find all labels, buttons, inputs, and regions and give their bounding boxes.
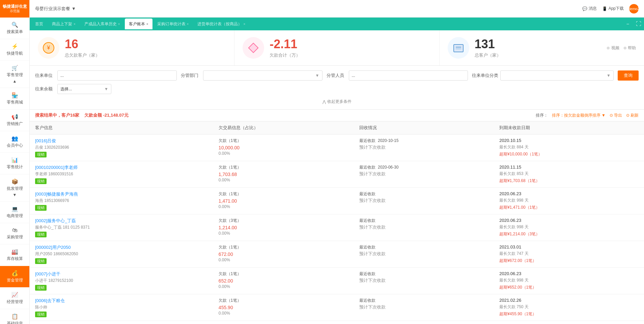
overdue-date: 2020.11.15 (499, 165, 639, 170)
unit-category-select[interactable]: ▼ (500, 70, 614, 81)
svg-rect-5 (456, 49, 461, 49)
tab-label: 客户账本 (129, 21, 145, 27)
table-wrapper: 客户信息 欠交易信息（占比） 回收情况 到期未收款日期 [0016]吕俊 吕俊 … (30, 121, 644, 324)
overdue-days: 最长欠款 998 天 (499, 198, 639, 203)
sort-select[interactable]: 排序：按欠款金额倒序排序 ▼ (552, 113, 606, 118)
sidebar-item-batch-mgmt[interactable]: 📦 批发管理 ▼ (0, 174, 29, 202)
window-minimize-icon[interactable]: － (624, 20, 632, 28)
sidebar-item-member[interactable]: 👥 会员中心 (0, 131, 29, 153)
logo-sub: 示范版 (10, 9, 20, 13)
customer-name[interactable]: [00010200001]李老师 (35, 165, 208, 171)
tab-customer-account[interactable]: 客户账本 × (125, 19, 152, 29)
app-download-label: App下载 (609, 6, 624, 11)
customer-name[interactable]: [0007]小进干 (35, 271, 208, 277)
manager-input[interactable]: ... (349, 70, 468, 81)
sidebar-item-finance[interactable]: 💰 资金管理 (0, 266, 29, 288)
last-collect-label: 最近收款 (359, 218, 488, 224)
sidebar-item-retail-mall[interactable]: 🏪 零售商城 (0, 88, 29, 110)
sidebar-item-warehouse[interactable]: 🏭 库存核算 (0, 244, 29, 266)
customer-tag: 现销 (35, 285, 47, 291)
customer-contact: 服务中心_丁磊 181 0125 8371 (35, 225, 208, 230)
sidebar-item-operations[interactable]: 📈 经营管理 (0, 288, 29, 309)
sidebar-item-purchase[interactable]: 🛍 采购管理 (0, 223, 29, 244)
collapse-label: 收起更多条件 (327, 99, 352, 105)
refresh-icon: ⊙ (626, 113, 629, 118)
search-icon: 🔍 (11, 22, 18, 28)
overdue-amount: 超期¥652.00（1笔） (499, 285, 639, 290)
customer-name[interactable]: [0002]服务中心_丁磊 (35, 218, 208, 224)
window-maximize-icon[interactable]: ⛶ (635, 20, 643, 28)
customer-name[interactable]: [000002]用户2050 (35, 244, 208, 251)
close-icon[interactable]: × (118, 22, 120, 26)
sidebar-item-basic-info[interactable]: 📋 基础信息 (0, 309, 29, 324)
chevron-down-icon: ▼ (104, 87, 108, 91)
refresh-btn[interactable]: ⊙ 刷新 (626, 113, 639, 118)
last-collect-label: 最近收款 (359, 298, 488, 303)
sidebar-item-ecommerce[interactable]: 💻 电商管理 (0, 202, 29, 223)
sidebar-item-quick-nav[interactable]: ⚡ 快捷导航 (0, 39, 29, 61)
customer-name[interactable]: [0006]去下粮仓 (35, 298, 208, 304)
customer-tag: 现销 (35, 205, 47, 211)
export-icon: ⊙ (610, 113, 613, 118)
logo-text: 畅捷通好生意 (3, 4, 27, 9)
sort-label-text: 排序：按欠款金额倒序排序 (552, 113, 600, 118)
close-icon[interactable]: × (187, 22, 189, 26)
debt-amount-icon (243, 37, 264, 59)
customer-name[interactable]: [0003]畅捷服务尹海燕 (35, 191, 208, 197)
brand-select[interactable]: 母婴行业演示套餐 ▼ (35, 6, 76, 12)
dept-label: 分管部门 (181, 72, 201, 79)
next-collect-label: 预计下次收款 (359, 171, 488, 177)
customer-tag: 现销 (35, 152, 47, 157)
collapse-filter-btn[interactable]: ⋀ 收起更多条件 (35, 97, 639, 106)
col-header-recovery: 回收情况 (354, 121, 494, 135)
last-collect-label: 最近收款 2020-06-30 (359, 165, 488, 170)
overdue-date: 2020.10.15 (499, 138, 639, 143)
balance-select[interactable]: 选择... ▼ (57, 84, 111, 94)
debt-amount: 455.90 (219, 305, 348, 310)
sidebar-item-label: 会员中心 (7, 143, 23, 148)
dept-select[interactable]: ▼ (203, 70, 323, 81)
overdue-cell: 2020.12.30 最长欠款 808 天 超期¥429.00（1笔） (494, 321, 644, 324)
close-icon[interactable]: × (74, 22, 76, 26)
sidebar-item-marketing[interactable]: 📢 营销推广 (0, 110, 29, 131)
data-table: 客户信息 欠交易信息（占比） 回收情况 到期未收款日期 [0016]吕俊 吕俊 … (30, 121, 644, 324)
message-btn[interactable]: 💬 消息 (582, 6, 597, 11)
finance-icon: 💰 (11, 270, 18, 276)
overdue-amount: 超期¥455.90（1笔） (499, 311, 639, 317)
debt-count: 欠款（1笔） (219, 138, 348, 144)
tab-purchase-stats[interactable]: 采购订单统计表 × (153, 19, 193, 29)
overdue-days: 最长欠款 747 天 (499, 251, 639, 257)
customer-contact: 李老师 18600391516 (35, 171, 208, 177)
filter-from-unit: 往来单位 ... (35, 70, 177, 81)
help-btn[interactable]: ⊙ 帮助 (623, 45, 636, 51)
customer-contact: 小进干 18279152100 (35, 278, 208, 284)
username: demo2 (628, 7, 640, 11)
app-download-btn[interactable]: 📱 App下载 (602, 6, 624, 11)
sidebar-item-retail-mgmt[interactable]: 🛒 零售管理 ▲ (0, 61, 29, 88)
col-header-debt: 欠交易信息（占比） (213, 121, 354, 135)
export-btn[interactable]: ⊙ 导出 (610, 113, 622, 118)
close-icon[interactable]: × (243, 22, 245, 26)
avatar[interactable]: demo2 (629, 4, 639, 13)
brand-name: 母婴行业演示套餐 (35, 6, 70, 12)
search-button[interactable]: 查询 (618, 70, 639, 81)
tab-production-history[interactable]: 产成品入库单历史 × (80, 19, 124, 29)
sort-label: 排序： (536, 113, 548, 118)
sidebar-item-retail-stats[interactable]: 📊 零售统计 (0, 153, 29, 174)
results-bar: 搜索结果中，客户16家 欠款金额 -21,148.07元 排序： 排序：按欠款金… (30, 110, 644, 121)
tab-import-stats[interactable]: 进货单统计表（按商品） × (193, 19, 249, 29)
recovery-cell: 最近收款 预计下次收款 (354, 268, 494, 294)
overdue-days: 最长欠款 750 天 (499, 304, 639, 310)
from-unit-input[interactable]: ... (57, 70, 177, 81)
sidebar-item-search[interactable]: 🔍 搜索菜单 (0, 18, 29, 39)
customer-name[interactable]: [0016]吕俊 (35, 138, 208, 144)
close-icon[interactable]: × (146, 22, 148, 26)
video-btn[interactable]: ⊙ 视频 (607, 45, 619, 51)
tab-home[interactable]: 首页 (31, 19, 47, 29)
tab-product-shelf[interactable]: 商品上下架 × (48, 19, 80, 29)
chevron-down-icon: ▼ (315, 73, 319, 78)
recovery-cell: 最近收款 预计下次收款 (354, 241, 494, 268)
refresh-label: 刷新 (631, 113, 639, 118)
filter-manager: 分管人员 ... (327, 70, 468, 81)
customer-contact: 海燕 18513066976 (35, 198, 208, 204)
